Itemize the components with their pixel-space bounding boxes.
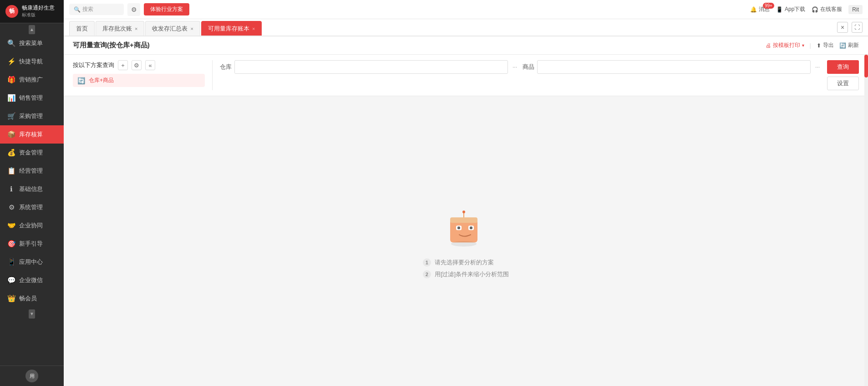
phone-icon: 📱 bbox=[776, 6, 783, 13]
sidebar-item-marketing[interactable]: 🎁 营销推广 bbox=[0, 71, 64, 89]
sidebar-item-label: 库存核算 bbox=[19, 130, 43, 139]
tab-expand-btn[interactable]: ⛶ bbox=[852, 22, 863, 33]
chat-icon: 💬 bbox=[7, 276, 15, 284]
money-icon: 💰 bbox=[7, 149, 15, 157]
filter-add-btn[interactable]: + bbox=[118, 60, 128, 70]
username-display[interactable]: Rit bbox=[848, 5, 863, 14]
sidebar-item-label: 营销推广 bbox=[19, 76, 43, 84]
filter-scheme-item-warehouse-product[interactable]: 🔄 仓库+商品 bbox=[73, 74, 205, 87]
right-scrollbar[interactable] bbox=[864, 55, 868, 386]
filter-scheme-panel: 按以下方案查询 + ⚙ « 🔄 仓库+商品 bbox=[73, 60, 205, 87]
sidebar: 畅 畅康通好生意 标准版 ▲ 🔍 搜索菜单 ⚡ 快捷导航 🎁 营销推广 📊 销售… bbox=[0, 0, 64, 386]
sidebar-item-label: 新手引导 bbox=[19, 240, 43, 248]
sidebar-item-member[interactable]: 👑 畅会员 bbox=[0, 289, 64, 308]
user-avatar[interactable]: 用 bbox=[25, 370, 38, 382]
app-version: 标准版 bbox=[22, 12, 55, 18]
tabbar-actions: × ⛶ bbox=[837, 22, 863, 33]
gear-icon: ⚙ bbox=[131, 6, 137, 13]
tab-close-icon[interactable]: × bbox=[252, 26, 255, 31]
sidebar-scroll-down[interactable]: ▼ bbox=[29, 309, 35, 319]
svg-rect-3 bbox=[457, 226, 460, 229]
tab-home[interactable]: 首页 bbox=[69, 21, 95, 36]
settings-btn[interactable]: 设置 bbox=[827, 77, 859, 90]
print-label: 按模板打印 bbox=[773, 41, 800, 49]
content-body: 1 请先选择要分析的方案 2 用[过滤]条件来缩小分析范围 bbox=[64, 96, 868, 386]
refresh-btn[interactable]: 🔄 刷新 bbox=[839, 41, 859, 49]
empty-robot-svg bbox=[443, 204, 489, 249]
sidebar-item-guide[interactable]: 🎯 新手引导 bbox=[0, 235, 64, 253]
sidebar-item-basic[interactable]: ℹ 基础信息 bbox=[0, 180, 64, 198]
sidebar-item-inventory[interactable]: 📦 库存核算 bbox=[0, 125, 64, 144]
filter-field-product: 商品 ··· bbox=[523, 60, 820, 74]
app-download-btn[interactable]: 📱 App下载 bbox=[776, 5, 805, 13]
print-btn[interactable]: 🖨 按模板打印 ▾ bbox=[766, 41, 804, 49]
clipboard-icon: 📋 bbox=[7, 167, 15, 175]
sidebar-item-label: 销售管理 bbox=[19, 94, 43, 102]
gear-icon: ⚙ bbox=[7, 203, 15, 211]
sidebar-item-search[interactable]: 🔍 搜索菜单 bbox=[0, 34, 64, 52]
product-more-btn[interactable]: ··· bbox=[815, 64, 820, 70]
sidebar-item-operation[interactable]: 📋 经营管理 bbox=[0, 162, 64, 180]
sidebar-item-sales[interactable]: 📊 销售管理 bbox=[0, 89, 64, 107]
sidebar-item-label: 采购管理 bbox=[19, 112, 43, 120]
filter-area: 按以下方案查询 + ⚙ « 🔄 仓库+商品 bbox=[64, 55, 868, 96]
trial-btn[interactable]: 体验行业方案 bbox=[144, 3, 189, 15]
hint-item-2: 2 用[过滤]条件来缩小分析范围 bbox=[423, 270, 509, 278]
tab-stock-summary[interactable]: 收发存汇总表 × bbox=[145, 21, 200, 36]
topbar-search-box[interactable]: 🔍 搜索 bbox=[69, 4, 124, 15]
filter-collapse-btn[interactable]: « bbox=[145, 60, 155, 70]
topbar: 🔍 搜索 ⚙ 体验行业方案 🔔 消息 99+ 📱 App下载 🎧 在线客服 Ri… bbox=[64, 0, 868, 19]
tab-available-stock[interactable]: 可用量库存账本 × bbox=[201, 21, 262, 36]
main-area: 🔍 搜索 ⚙ 体验行业方案 🔔 消息 99+ 📱 App下载 🎧 在线客服 Ri… bbox=[64, 0, 868, 386]
tab-close-icon[interactable]: × bbox=[135, 26, 137, 31]
export-btn[interactable]: ⬆ 导出 bbox=[817, 41, 834, 49]
svg-point-7 bbox=[462, 211, 465, 213]
product-input[interactable] bbox=[537, 60, 811, 74]
sidebar-item-system[interactable]: ⚙ 系统管理 bbox=[0, 198, 64, 216]
filter-scheme-header: 按以下方案查询 + ⚙ « bbox=[73, 60, 205, 70]
hint-num-1: 1 bbox=[423, 258, 431, 267]
sidebar-item-finance[interactable]: 💰 资金管理 bbox=[0, 144, 64, 162]
hint-item-1: 1 请先选择要分析的方案 bbox=[423, 258, 509, 267]
collapse-icon: « bbox=[148, 62, 152, 69]
app-logo: 畅 bbox=[5, 5, 18, 18]
svg-rect-5 bbox=[470, 226, 472, 229]
message-btn[interactable]: 🔔 消息 99+ bbox=[750, 5, 770, 13]
filter-field-warehouse: 仓库 ··· bbox=[220, 60, 517, 74]
print-icon: 🖨 bbox=[766, 42, 771, 49]
sidebar-item-wechat[interactable]: 💬 企业微信 bbox=[0, 271, 64, 289]
sidebar-item-purchase[interactable]: 🛒 采购管理 bbox=[0, 107, 64, 125]
phone-icon: 📱 bbox=[7, 258, 15, 266]
tab-label: 收发存汇总表 bbox=[152, 25, 188, 33]
page-header-actions: 🖨 按模板打印 ▾ | ⬆ 导出 🔄 刷新 bbox=[766, 41, 859, 49]
tab-label: 可用量库存账本 bbox=[208, 25, 249, 33]
sidebar-item-label: 畅会员 bbox=[19, 294, 37, 303]
tab-label: 库存批次账 bbox=[102, 25, 132, 33]
svg-point-8 bbox=[451, 241, 477, 247]
refresh-icon: 🔄 bbox=[839, 42, 846, 49]
filter-settings-btn[interactable]: ⚙ bbox=[132, 60, 142, 70]
handshake-icon: 🤝 bbox=[7, 221, 15, 230]
sidebar-item-label: 企业协同 bbox=[19, 221, 43, 230]
sidebar-item-quicknav[interactable]: ⚡ 快捷导航 bbox=[0, 52, 64, 71]
empty-illustration bbox=[443, 204, 489, 249]
tab-close-icon[interactable]: × bbox=[190, 26, 193, 31]
sidebar-scroll-up[interactable]: ▲ bbox=[29, 25, 35, 34]
topbar-gear-btn[interactable]: ⚙ bbox=[127, 3, 140, 16]
filter-scheme-label: 按以下方案查询 bbox=[73, 61, 114, 69]
query-btn[interactable]: 查询 bbox=[827, 60, 859, 74]
sidebar-item-apps[interactable]: 📱 应用中心 bbox=[0, 253, 64, 271]
sidebar-item-collab[interactable]: 🤝 企业协同 bbox=[0, 216, 64, 235]
tab-close-window-btn[interactable]: × bbox=[837, 22, 848, 33]
gift-icon: 🎁 bbox=[7, 76, 15, 84]
tab-label: 首页 bbox=[76, 25, 88, 33]
hint-num-2: 2 bbox=[423, 270, 431, 278]
warehouse-input[interactable] bbox=[234, 60, 508, 74]
service-btn[interactable]: 🎧 在线客服 bbox=[812, 5, 842, 13]
chart-icon: 📊 bbox=[7, 94, 15, 102]
warehouse-more-btn[interactable]: ··· bbox=[513, 64, 517, 70]
tab-inventory-batch[interactable]: 库存批次账 × bbox=[96, 21, 144, 36]
message-badge: 99+ bbox=[763, 3, 774, 9]
scrollbar-thumb bbox=[864, 55, 868, 77]
sidebar-item-label: 企业微信 bbox=[19, 276, 43, 284]
